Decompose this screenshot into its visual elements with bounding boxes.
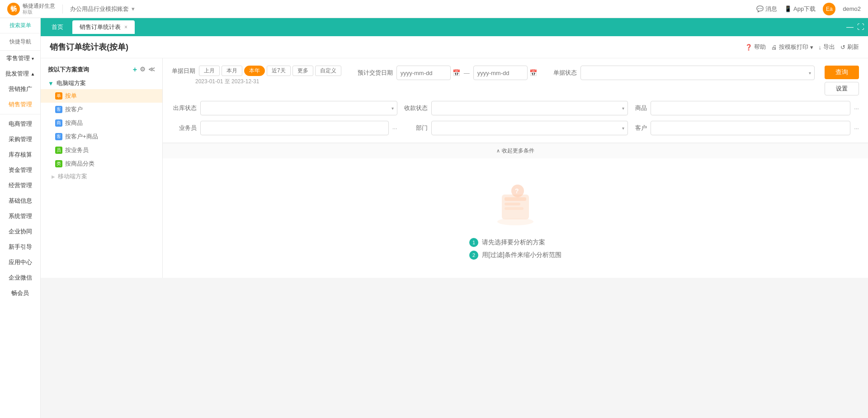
status-label: 单据状态 (553, 69, 577, 77)
customer-input[interactable] (651, 121, 850, 135)
sidebar-item-purchase[interactable]: 采购管理 (0, 132, 40, 147)
tab-home[interactable]: 首页 (44, 20, 71, 34)
more-date-btn[interactable]: 更多 (292, 66, 313, 76)
scheme-icon-order: 单 (55, 92, 62, 100)
content-right: 单据日期 上月 本月 本年 近7天 更多 自定义 (163, 58, 868, 278)
date-label-row: 单据日期 上月 本月 本年 近7天 更多 自定义 (172, 66, 341, 76)
help-btn[interactable]: ❓ 帮助 (745, 43, 766, 51)
tab-label: 销售订单统计表 (80, 23, 121, 31)
tab-sales-stats[interactable]: 销售订单统计表 × (72, 20, 135, 34)
svg-rect-3 (505, 203, 520, 205)
receive-status-select[interactable] (431, 101, 628, 115)
sidebar-item-member[interactable]: 畅会员 (0, 285, 40, 301)
staff-group: 业务员 ··· (172, 121, 397, 135)
print-btn[interactable]: 🖨 按模板打印 ▾ (771, 43, 813, 51)
sidebar-label-member: 畅会员 (11, 289, 29, 297)
sidebar-item-sales[interactable]: 销售管理 (0, 97, 40, 112)
window-maximize-icon[interactable]: ⛶ (857, 23, 864, 31)
sub-category-mobile[interactable]: ▶ 移动端方案 (41, 171, 162, 182)
sidebar-item-marketing[interactable]: 营销推广 (0, 81, 40, 97)
sidebar-item-corp[interactable]: 企业协同 (0, 224, 40, 239)
quick-nav-label[interactable]: 快捷导航 (0, 35, 40, 48)
goods-input[interactable] (651, 101, 850, 115)
custom-date-btn[interactable]: 自定义 (315, 66, 341, 76)
customer-more-icon[interactable]: ··· (854, 125, 859, 132)
sidebar-item-wechat[interactable]: 企业微信 (0, 270, 40, 285)
scheme-panel-title: 按以下方案查询 (48, 66, 89, 74)
dept-label: 部门 (403, 124, 428, 132)
receive-status-select-wrap (431, 101, 628, 115)
collapse-bar[interactable]: ∧ 收起更多条件 (163, 143, 868, 158)
empty-tip-2: 2 用[过滤]条件来缩小分析范围 (469, 251, 561, 260)
status-select[interactable] (580, 66, 815, 80)
app-download-btn[interactable]: 📱 App下载 (784, 5, 816, 13)
sidebar-label-retail: 零售管理 (6, 54, 30, 62)
message-btn[interactable]: 💬 消息 (756, 5, 777, 13)
settings-scheme-btn[interactable]: ⚙ (140, 66, 146, 74)
scheme-category-pc: ▼ 电脑端方案 (41, 77, 162, 89)
sidebar-item-basic[interactable]: 基础信息 (0, 193, 40, 209)
window-minimize-icon[interactable]: — (846, 23, 854, 31)
query-btn[interactable]: 查询 (825, 66, 859, 79)
scheme-item-by-goods-category[interactable]: 类 按商品分类 (41, 157, 162, 171)
expected-date-group: 预计交货日期 📅 — 📅 (358, 66, 537, 80)
tip-text-2: 用[过滤]条件来缩小分析范围 (482, 251, 561, 259)
collapse-label: 收起更多条件 (502, 147, 534, 155)
pc-scheme-label: 电脑端方案 (57, 79, 86, 87)
scheme-item-by-customer-goods[interactable]: 客 按客户+商品 (41, 130, 162, 143)
sidebar-item-ecommerce[interactable]: 电商管理 (0, 116, 40, 132)
expected-date-from-input[interactable] (396, 66, 451, 80)
staff-input[interactable] (200, 121, 389, 135)
date-separator: — (464, 70, 470, 76)
sidebar-item-retail[interactable]: 零售管理 ▾ (0, 51, 40, 66)
message-icon: 💬 (756, 5, 764, 12)
collapse-scheme-btn[interactable]: ≪ (148, 66, 155, 74)
refresh-btn[interactable]: ↺ 刷新 (840, 43, 859, 51)
user-avatar[interactable]: Ea (823, 3, 835, 15)
calendar-icon-from[interactable]: 📅 (453, 69, 460, 76)
last-month-btn[interactable]: 上月 (199, 66, 220, 76)
this-year-btn[interactable]: 本年 (244, 66, 265, 76)
print-icon: 🖨 (771, 44, 777, 51)
goods-more-icon[interactable]: ··· (854, 105, 859, 112)
page-title: 销售订单统计表(按单) (50, 42, 128, 52)
content-area: 首页 销售订单统计表 × — ⛶ 销售订单统计表(按单) ❓ 帮助 (41, 18, 868, 418)
calendar-icon-to[interactable]: 📅 (529, 69, 537, 76)
dropdown-arrow-icon[interactable]: ▾ (132, 5, 135, 12)
scheme-item-by-order[interactable]: 单 按单 (41, 89, 162, 103)
tab-bar: 首页 销售订单统计表 × — ⛶ (41, 18, 868, 36)
goods-label: 商品 (633, 104, 647, 112)
sidebar-item-system[interactable]: 系统管理 (0, 209, 40, 224)
sidebar-item-finance[interactable]: 资金管理 (0, 162, 40, 178)
scheme-item-by-customer[interactable]: 客 按客户 (41, 103, 162, 116)
scheme-panel: 按以下方案查询 + ⚙ ≪ ▼ 电脑端方案 单 (41, 58, 163, 278)
last-7-days-btn[interactable]: 近7天 (267, 66, 291, 76)
sidebar-item-apps[interactable]: 应用中心 (0, 255, 40, 270)
sidebar-item-operations[interactable]: 经营管理 (0, 178, 40, 193)
collapse-up-icon: ∧ (496, 148, 500, 154)
export-btn[interactable]: ↓ 导出 (819, 43, 835, 51)
sidebar-item-guide[interactable]: 新手引导 (0, 239, 40, 255)
expected-date-to-input[interactable] (473, 66, 528, 80)
search-menu-label[interactable]: 搜索菜单 (9, 22, 31, 28)
add-scheme-btn[interactable]: + (133, 66, 137, 74)
sidebar-label-system: 系统管理 (9, 212, 32, 220)
page-header: 销售订单统计表(按单) ❓ 帮助 🖨 按模板打印 ▾ ↓ 导出 (41, 36, 868, 58)
action-btn-group: 查询 设置 (825, 66, 859, 95)
ship-status-select[interactable] (200, 101, 397, 115)
sidebar-item-wholesale[interactable]: 批发管理 ▲ (0, 66, 40, 81)
scheme-item-by-goods[interactable]: 商 按商品 (41, 116, 162, 130)
sidebar-item-inventory[interactable]: 库存核算 (0, 147, 40, 162)
sidebar-label-operations: 经营管理 (9, 181, 32, 190)
staff-more-icon[interactable]: ··· (392, 125, 397, 132)
brand-name: 畅捷通好生意 标版 (23, 3, 55, 15)
scheme-item-by-staff[interactable]: 员 按业务员 (41, 143, 162, 157)
sidebar-divider-1 (0, 114, 40, 114)
scheme-icon-goods-category: 类 (55, 160, 62, 167)
scheme-icon-customer: 客 (55, 106, 62, 113)
dept-select[interactable] (431, 121, 628, 135)
this-month-btn[interactable]: 本月 (222, 66, 242, 76)
settings-btn[interactable]: 设置 (825, 82, 859, 95)
tab-close-btn[interactable]: × (124, 24, 127, 30)
logo-icon: 畅 (7, 3, 20, 15)
